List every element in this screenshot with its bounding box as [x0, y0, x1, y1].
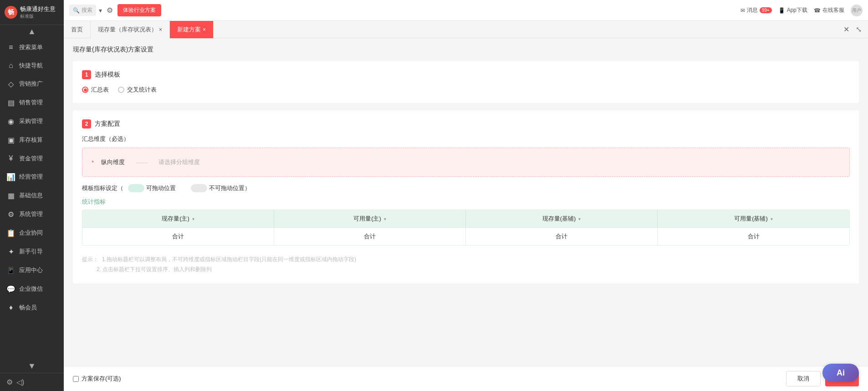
- sidebar-item-label: 企业协同: [19, 229, 43, 237]
- hint-title: 提示：: [82, 255, 98, 265]
- app-download-label: App下载: [787, 6, 807, 14]
- search-icon: 🔍: [73, 7, 80, 14]
- dim-section-label: 汇总维度（必选）: [82, 135, 850, 143]
- close-button[interactable]: ✕: [841, 23, 852, 36]
- sidebar-item-cooperation[interactable]: 📋 企业协同: [0, 224, 64, 242]
- tab-new-scheme[interactable]: 新建方案 ×: [170, 21, 214, 38]
- stats-td-3: 合计: [658, 227, 849, 245]
- topbar-right: ✉ 消息 99+ 📱 App下载 ☎ 在线客服 用户: [740, 5, 863, 16]
- sidebar-item-label: 经营管理: [19, 173, 43, 181]
- stats-th-3[interactable]: 可用量(基辅) ▾: [658, 210, 849, 227]
- tabbar: 首页 现存量（库存状况表） × 新建方案 × ✕ ⤡: [64, 21, 868, 38]
- system-icon: ⚙: [6, 210, 15, 219]
- sidebar-item-basic-info[interactable]: ▦ 基础信息: [0, 186, 64, 205]
- no-drag-badge: 不可拖动位置）: [191, 184, 250, 192]
- radio-summary[interactable]: 汇总表: [82, 86, 109, 94]
- search-dropdown-button[interactable]: ▾: [99, 7, 102, 14]
- sidebar-item-new-guide[interactable]: ✦ 新手引导: [0, 242, 64, 261]
- stats-th-1[interactable]: 可用量(主) ▾: [274, 210, 466, 227]
- radio-cross[interactable]: 交叉统计表: [118, 86, 157, 94]
- stats-th-0[interactable]: 现存量(主) ▾: [82, 210, 274, 227]
- chart-icon: ▤: [6, 98, 15, 107]
- step2-title: 方案配置: [95, 120, 120, 128]
- cancel-button[interactable]: 取消: [786, 371, 821, 386]
- stats-th-2-label: 现存量(基辅): [542, 215, 576, 223]
- sidebar-item-search-menu[interactable]: ≡ 搜索菜单: [0, 38, 64, 57]
- radio-cross-label: 交叉统计表: [127, 86, 157, 94]
- messages-badge: 99+: [760, 7, 772, 13]
- stats-table-body: 合计 合计 合计 合计: [82, 227, 849, 245]
- sidebar-item-label: 采购管理: [19, 117, 43, 125]
- expand-button[interactable]: ⤡: [853, 23, 864, 36]
- radio-cross-circle: [118, 87, 124, 93]
- gift-icon: ◇: [6, 80, 15, 88]
- messages-button[interactable]: ✉ 消息 99+: [740, 6, 772, 14]
- app-logo: 畅 畅康通好生意 标准版: [0, 0, 64, 25]
- radio-summary-label: 汇总表: [91, 86, 109, 94]
- search-menu-icon: ≡: [6, 43, 15, 51]
- sidebar-item-operation[interactable]: 📊 经营管理: [0, 168, 64, 186]
- sidebar-item-label: 搜索菜单: [19, 43, 43, 51]
- step2-label: 2 方案配置: [82, 119, 850, 129]
- customer-service-button[interactable]: ☎ 在线客服: [814, 6, 844, 14]
- sidebar-item-label: 库存核算: [19, 136, 43, 144]
- tab-inventory-status[interactable]: 现存量（库存状况表） ×: [91, 21, 170, 38]
- tab-inventory-status-close[interactable]: ×: [159, 26, 162, 33]
- sidebar-item-sales[interactable]: ▤ 销售管理: [0, 93, 64, 112]
- chevron-down-icon-0: ▾: [192, 216, 194, 221]
- hints-section: 提示： 1.拖动标题栏可以调整布局，不可跨维度或指标区域拖动栏目字段(只能在同一…: [82, 255, 850, 274]
- trial-industry-button[interactable]: 体验行业方案: [117, 4, 161, 16]
- sidebar-item-app-center[interactable]: 📱 应用中心: [0, 261, 64, 280]
- app-download-button[interactable]: 📱 App下载: [778, 6, 807, 14]
- sidebar-item-finance[interactable]: ¥ 资金管理: [0, 149, 64, 168]
- draggable-badge-box: [128, 184, 144, 192]
- stats-th-2[interactable]: 现存量(基辅) ▾: [466, 210, 658, 227]
- operation-icon: 📊: [6, 173, 15, 181]
- info-icon: ▦: [6, 191, 15, 200]
- sidebar-item-system[interactable]: ⚙ 系统管理: [0, 205, 64, 224]
- sound-icon[interactable]: ◁): [16, 378, 24, 386]
- gear-button[interactable]: ⚙: [105, 4, 115, 16]
- footer-bar: 方案保存(可选) 取消 查询: [64, 366, 868, 391]
- stats-td-0: 合计: [82, 227, 274, 245]
- chevron-down-icon-2: ▾: [578, 216, 581, 221]
- ai-fab-button[interactable]: Ai: [822, 364, 859, 382]
- step2-card: 2 方案配置 汇总维度（必选） * 纵向维度 —— 请选择分组维度 模板指标设定…: [73, 110, 859, 283]
- sidebar-item-member[interactable]: ♦ 畅会员: [0, 298, 64, 317]
- tab-new-scheme-close[interactable]: ×: [203, 26, 206, 33]
- sidebar-scroll-up[interactable]: ▲: [0, 25, 64, 38]
- customer-service-label: 在线客服: [822, 6, 844, 14]
- sidebar-item-purchase[interactable]: ◉ 采购管理: [0, 112, 64, 131]
- sidebar-item-wechat[interactable]: 💬 企业微信: [0, 280, 64, 298]
- page-title: 现存量(库存状况表)方案设置: [73, 46, 859, 54]
- step1-label: 1 选择模板: [82, 70, 850, 79]
- settings-icon[interactable]: ⚙: [6, 378, 13, 386]
- search-placeholder: 搜索: [82, 6, 92, 14]
- content-area: 现存量(库存状况表)方案设置 1 选择模板 汇总表 交叉统计表 2: [64, 38, 868, 366]
- sidebar-item-quick-nav[interactable]: ⌂ 快捷导航: [0, 57, 64, 75]
- main-area: 🔍 搜索 ▾ ⚙ 体验行业方案 ✉ 消息 99+ 📱 App下载 ☎ 在线客服 …: [64, 0, 868, 391]
- tab-home[interactable]: 首页: [64, 21, 91, 38]
- save-option: 方案保存(可选): [73, 375, 121, 383]
- radio-summary-circle: [82, 87, 88, 93]
- template-setting-prefix: 模板指标设定（: [82, 184, 123, 192]
- save-option-checkbox[interactable]: [73, 376, 79, 382]
- template-setting-middle: [180, 184, 186, 192]
- sidebar-scroll-down[interactable]: ▼: [0, 360, 64, 373]
- stats-section: 统计指标 现存量(主) ▾ 可用量(主) ▾ 现存量(基辅): [82, 198, 850, 246]
- money-icon: ¥: [6, 154, 15, 163]
- guide-icon: ✦: [6, 247, 15, 256]
- dimension-placeholder[interactable]: 请选择分组维度: [158, 158, 200, 166]
- draggable-badge: 可拖动位置: [128, 184, 176, 192]
- sidebar: 畅 畅康通好生意 标准版 ▲ ≡ 搜索菜单 ⌂ 快捷导航 ◇ 营销推广 ▤ 销售…: [0, 0, 64, 391]
- sidebar-scroll: ≡ 搜索菜单 ⌂ 快捷导航 ◇ 营销推广 ▤ 销售管理 ◉ 采购管理 ▣ 库存核…: [0, 38, 64, 360]
- save-option-label: 方案保存(可选): [82, 375, 121, 383]
- vertical-dimension-label: 纵向维度: [101, 158, 125, 166]
- sidebar-item-marketing[interactable]: ◇ 营销推广: [0, 75, 64, 93]
- cart-icon: ◉: [6, 117, 15, 126]
- avatar[interactable]: 用户: [851, 5, 863, 16]
- search-box[interactable]: 🔍 搜索: [69, 5, 96, 16]
- stats-td-2: 合计: [466, 227, 658, 245]
- sidebar-item-label: 应用中心: [19, 266, 43, 274]
- sidebar-item-inventory[interactable]: ▣ 库存核算: [0, 131, 64, 149]
